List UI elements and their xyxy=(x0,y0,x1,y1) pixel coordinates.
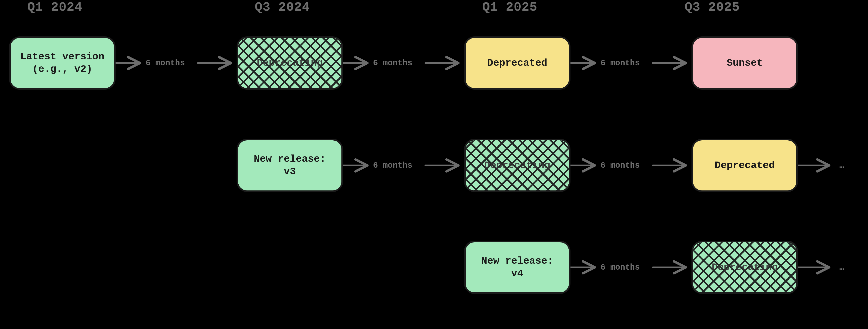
ellipsis-r3: … xyxy=(839,263,844,272)
node-label: Deprecating xyxy=(712,261,778,274)
col-header-q1-2024: Q1 2024 xyxy=(27,0,82,14)
node-label: Latest version (e.g., v2) xyxy=(20,51,104,76)
node-label: New release: v3 xyxy=(254,153,326,178)
node-v3-release: New release: v3 xyxy=(237,139,343,192)
node-label: Sunset xyxy=(727,57,763,69)
node-v3-deprecating: Deprecating xyxy=(464,139,570,192)
node-v4-deprecating: Deprecating xyxy=(691,241,798,294)
node-label: New release: v4 xyxy=(481,255,553,280)
node-label: Deprecating xyxy=(484,159,550,172)
node-v2-deprecated: Deprecated xyxy=(464,36,570,90)
col-header-q3-2025: Q3 2025 xyxy=(685,0,740,14)
ellipsis-r2: … xyxy=(839,161,844,170)
node-v2-latest: Latest version (e.g., v2) xyxy=(9,36,116,90)
edge-label-r2-1: 6 months xyxy=(373,161,412,170)
edge-label-r3-1: 6 months xyxy=(600,263,640,272)
node-label: Deprecated xyxy=(487,57,547,69)
edge-label-r1-1: 6 months xyxy=(146,58,185,68)
edge-label-r2-2: 6 months xyxy=(600,161,640,170)
diagram-root: Q1 2024 Q3 2024 Q1 2025 Q3 2025 xyxy=(0,0,868,329)
node-v2-sunset: Sunset xyxy=(691,36,798,90)
node-v4-release: New release: v4 xyxy=(464,241,570,294)
edge-label-r1-3: 6 months xyxy=(600,58,640,68)
node-label: Deprecating xyxy=(257,57,323,69)
node-v3-deprecated: Deprecated xyxy=(691,139,798,192)
node-v2-deprecating: Deprecating xyxy=(237,36,343,90)
col-header-q1-2025: Q1 2025 xyxy=(482,0,537,14)
col-header-q3-2024: Q3 2024 xyxy=(255,0,310,14)
edge-label-r1-2: 6 months xyxy=(373,58,412,68)
node-label: Deprecated xyxy=(715,159,775,172)
